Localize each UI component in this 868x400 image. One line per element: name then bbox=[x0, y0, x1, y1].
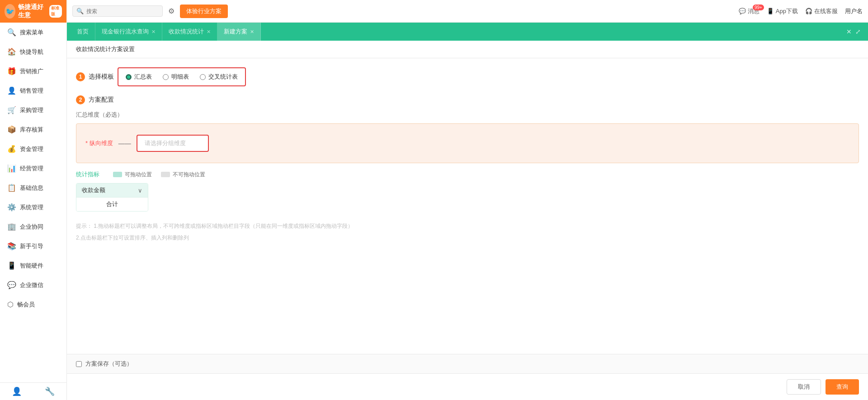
save-checkbox[interactable] bbox=[76, 361, 82, 367]
support-icon: 🎧 bbox=[805, 8, 812, 14]
sidebar-item-member[interactable]: ⬡畅会员 bbox=[0, 295, 66, 314]
settings-icon: 🔧 bbox=[45, 386, 55, 396]
dimension-select[interactable]: 请选择分组维度 bbox=[137, 135, 209, 152]
template-options: 汇总表 明细表 交叉统计表 bbox=[118, 67, 246, 86]
topbar: 🔍 ⚙ 体验行业方案 💬 消息 99+ 📱 App下载 🎧 在线客服 用户名 bbox=[67, 0, 868, 23]
member-icon: ⬡ bbox=[7, 300, 14, 309]
tab-close-new-plan[interactable]: ✕ bbox=[250, 29, 254, 35]
topbar-right: 💬 消息 99+ 📱 App下载 🎧 在线客服 用户名 bbox=[739, 7, 863, 15]
trial-button[interactable]: 体验行业方案 bbox=[180, 5, 228, 18]
sidebar-item-label: 搜索菜单 bbox=[20, 28, 43, 37]
step2-header: 2 方案配置 bbox=[76, 95, 859, 104]
notification-badge: 99+ bbox=[753, 5, 764, 10]
tab-label-new-plan: 新建方案 bbox=[224, 28, 247, 36]
sidebar-item-inventory[interactable]: 📦库存核算 bbox=[0, 120, 66, 139]
metrics-header-label: 收款金额 bbox=[82, 186, 105, 194]
tab-close-bank-flow[interactable]: ✕ bbox=[151, 29, 156, 35]
finance-icon: 💰 bbox=[7, 145, 16, 153]
sidebar-item-label: 企业协同 bbox=[20, 223, 43, 231]
basic-info-icon: 📋 bbox=[7, 184, 16, 192]
form-area: 1 选择模板 汇总表 明细表 交叉统计表 bbox=[67, 58, 868, 354]
radio-cross[interactable]: 交叉统计表 bbox=[200, 73, 238, 81]
tab-label-bank-flow: 现金银行流水查询 bbox=[102, 28, 149, 36]
metrics-section: 统计指标 可拖动位置 不可拖动位置 收款金额 ∨ bbox=[76, 170, 859, 212]
chevron-down-icon: ∨ bbox=[138, 187, 142, 194]
sidebar-item-operations[interactable]: 📊经营管理 bbox=[0, 159, 66, 178]
sidebar-item-label: 基础信息 bbox=[20, 184, 43, 192]
step1-title: 选择模板 bbox=[89, 73, 114, 81]
legend-fixed-dot bbox=[161, 172, 170, 177]
sidebar-item-label: 企业微信 bbox=[20, 281, 43, 289]
radio-summary[interactable]: 汇总表 bbox=[126, 73, 152, 81]
legend-draggable: 可拖动位置 bbox=[113, 171, 152, 179]
sidebar-item-enterprise[interactable]: 🏢企业协同 bbox=[0, 217, 66, 236]
sidebar-item-guide[interactable]: 📚新手引导 bbox=[0, 236, 66, 256]
online-support-link[interactable]: 🎧 在线客服 bbox=[805, 7, 838, 15]
sidebar-item-basic-info[interactable]: 📋基础信息 bbox=[0, 178, 66, 198]
radio-cross-input[interactable] bbox=[200, 74, 206, 80]
tab-home[interactable]: 首页 bbox=[71, 23, 95, 41]
radio-detail[interactable]: 明细表 bbox=[163, 73, 189, 81]
radio-summary-input[interactable] bbox=[126, 74, 132, 80]
cancel-button[interactable]: 取消 bbox=[787, 379, 821, 395]
radio-detail-input[interactable] bbox=[163, 74, 169, 80]
sidebar-item-search-menu[interactable]: 🔍搜索菜单 bbox=[0, 23, 66, 42]
app-download-link[interactable]: 📱 App下载 bbox=[767, 7, 798, 15]
sidebar-item-label: 营销推广 bbox=[20, 67, 43, 75]
quick-nav-icon: 🏠 bbox=[7, 47, 16, 56]
sidebar-bottom-profile[interactable]: 👤 bbox=[12, 386, 22, 396]
main-area: 🔍 ⚙ 体验行业方案 💬 消息 99+ 📱 App下载 🎧 在线客服 用户名 首… bbox=[67, 0, 868, 400]
sidebar-item-finance[interactable]: 💰资金管理 bbox=[0, 139, 66, 159]
message-icon: 💬 bbox=[739, 8, 746, 14]
search-input[interactable] bbox=[86, 8, 150, 14]
sidebar-bottom-settings[interactable]: 🔧 bbox=[45, 386, 55, 396]
tab-label-home: 首页 bbox=[77, 28, 89, 36]
tab-collection-stats[interactable]: 收款情况统计 ✕ bbox=[162, 23, 217, 41]
metrics-cell-total: 合计 bbox=[76, 197, 148, 211]
sidebar-item-system[interactable]: ⚙️系统管理 bbox=[0, 198, 66, 217]
legend-fixed: 不可拖动位置 bbox=[161, 171, 205, 179]
app-download-label: App下载 bbox=[776, 7, 798, 15]
dimension-section-title: 汇总维度（必选） bbox=[76, 111, 859, 119]
tab-close-collection-stats[interactable]: ✕ bbox=[207, 29, 211, 35]
logo-badge: 标准版 bbox=[49, 5, 62, 18]
sidebar-item-wechat[interactable]: 💬企业微信 bbox=[0, 275, 66, 295]
logo-text: 畅捷通好生意 bbox=[18, 3, 46, 19]
logo-icon: 🐦 bbox=[5, 4, 15, 19]
sidebar-item-label: 资金管理 bbox=[20, 145, 43, 153]
sidebar-item-purchase[interactable]: 🛒采购管理 bbox=[0, 100, 66, 120]
tab-new-plan[interactable]: 新建方案 ✕ bbox=[217, 23, 261, 41]
radio-cross-label: 交叉统计表 bbox=[208, 73, 238, 81]
gear-icon[interactable]: ⚙ bbox=[168, 7, 175, 15]
metrics-legend: 统计指标 可拖动位置 不可拖动位置 bbox=[76, 170, 859, 179]
hint-text: 提示： 1.拖动标题栏可以调整布局，不可跨维度或指标区域拖动栏目字段（只能在同一… bbox=[76, 221, 859, 231]
sidebar-item-sales[interactable]: 👤销售管理 bbox=[0, 81, 66, 100]
legend-fixed-label: 不可拖动位置 bbox=[173, 171, 205, 179]
purchase-icon: 🛒 bbox=[7, 106, 16, 114]
smart-hw-icon: 📱 bbox=[7, 261, 16, 270]
step1-header: 1 选择模板 汇总表 明细表 交叉统计表 bbox=[76, 67, 859, 86]
sidebar-item-quick-nav[interactable]: 🏠快捷导航 bbox=[0, 42, 66, 61]
sidebar-item-label: 库存核算 bbox=[20, 126, 43, 134]
window-close-icon[interactable]: ✕ bbox=[846, 28, 852, 35]
hint-text: 2.点击标题栏下拉可设置排序、插入列和删除列 bbox=[76, 232, 859, 243]
tab-bank-flow[interactable]: 现金银行流水查询 ✕ bbox=[95, 23, 162, 41]
sidebar-nav: 🔍搜索菜单🏠快捷导航🎁营销推广👤销售管理🛒采购管理📦库存核算💰资金管理📊经营管理… bbox=[0, 23, 66, 382]
dimension-row: * 纵向维度 —— 请选择分组维度 bbox=[85, 135, 849, 152]
search-box[interactable]: 🔍 bbox=[72, 5, 163, 17]
sidebar-item-label: 新手引导 bbox=[20, 242, 43, 250]
sidebar-item-marketing[interactable]: 🎁营销推广 bbox=[0, 61, 66, 81]
sidebar-bottom: 👤 🔧 bbox=[0, 382, 66, 400]
sidebar-item-label: 采购管理 bbox=[20, 106, 43, 114]
radio-detail-label: 明细表 bbox=[171, 73, 189, 81]
sidebar-item-smart-hw[interactable]: 📱智能硬件 bbox=[0, 256, 66, 275]
step1-section: 1 选择模板 汇总表 明细表 交叉统计表 bbox=[76, 67, 859, 86]
guide-icon: 📚 bbox=[7, 242, 16, 250]
username-label: 用户名 bbox=[845, 7, 863, 15]
metrics-header[interactable]: 收款金额 ∨ bbox=[76, 184, 148, 197]
query-button[interactable]: 查询 bbox=[826, 379, 859, 395]
notification-link[interactable]: 💬 消息 99+ bbox=[739, 7, 760, 15]
tabbar: 首页现金银行流水查询 ✕收款情况统计 ✕新建方案 ✕✕⤢ bbox=[67, 23, 868, 41]
sidebar: 🐦 畅捷通好生意 标准版 🔍搜索菜单🏠快捷导航🎁营销推广👤销售管理🛒采购管理📦库… bbox=[0, 0, 67, 400]
window-maximize-icon[interactable]: ⤢ bbox=[855, 28, 861, 35]
